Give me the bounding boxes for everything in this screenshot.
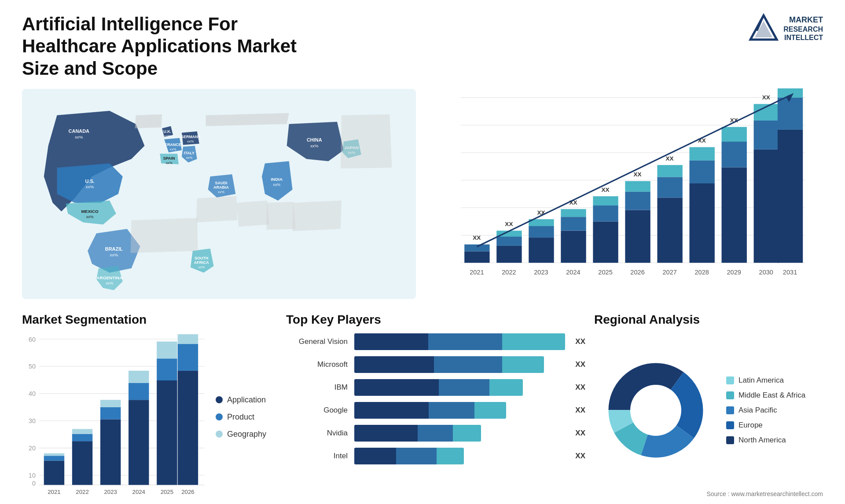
- svg-rect-50: [529, 237, 554, 263]
- legend-geography: Geography: [216, 430, 277, 439]
- svg-rect-118: [72, 429, 92, 434]
- svg-rect-72: [690, 147, 715, 161]
- svg-text:MEXICO: MEXICO: [81, 209, 99, 214]
- svg-rect-76: [722, 127, 747, 142]
- player-name-google: Google: [286, 406, 348, 415]
- svg-rect-62: [625, 210, 650, 263]
- svg-text:CHINA: CHINA: [307, 137, 322, 142]
- svg-rect-130: [178, 334, 198, 344]
- donut-svg: [594, 349, 717, 472]
- svg-rect-115: [44, 453, 64, 456]
- svg-text:2026: 2026: [630, 269, 644, 276]
- donut-chart: [594, 349, 717, 472]
- player-row-nvidia: Nvidia XX: [286, 425, 585, 442]
- svg-rect-66: [657, 198, 682, 263]
- svg-text:U.S.: U.S.: [85, 179, 95, 184]
- players-title: Top Key Players: [286, 313, 585, 327]
- svg-rect-122: [129, 400, 149, 485]
- svg-text:xx%: xx%: [186, 156, 192, 160]
- player-row-google: Google XX: [286, 402, 585, 419]
- svg-rect-58: [593, 222, 618, 263]
- legend-label-middle-east: Middle East & Africa: [738, 391, 805, 400]
- svg-text:20: 20: [29, 445, 36, 452]
- player-bar-google: [354, 402, 565, 419]
- svg-text:xx%: xx%: [110, 252, 118, 257]
- player-value-ibm: XX: [575, 383, 585, 392]
- world-map: CANADA xx% U.S. xx% MEXICO xx% BRAZIL xx…: [22, 88, 416, 299]
- player-value-microsoft: XX: [575, 360, 585, 369]
- svg-rect-64: [625, 181, 650, 192]
- svg-rect-83: [778, 98, 803, 130]
- segmentation-title: Market Segmentation: [22, 313, 277, 327]
- logo-area: MARKET RESEARCH INTELLECT: [748, 13, 823, 44]
- legend-dot-geography: [216, 431, 223, 438]
- svg-point-142: [630, 385, 681, 436]
- svg-text:2021: 2021: [48, 489, 60, 495]
- svg-text:BRAZIL: BRAZIL: [105, 246, 123, 252]
- svg-rect-121: [100, 400, 121, 407]
- svg-rect-56: [561, 209, 586, 217]
- svg-rect-127: [157, 342, 177, 359]
- svg-text:2025: 2025: [161, 489, 173, 495]
- legend-application: Application: [216, 395, 277, 405]
- svg-text:xx%: xx%: [273, 183, 280, 187]
- main-bar-chart-svg: XX XX XX XX: [429, 88, 823, 299]
- svg-rect-128: [178, 371, 198, 485]
- players-section: Top Key Players General Vision XX: [286, 313, 585, 497]
- player-bar-microsoft: [354, 356, 565, 373]
- svg-text:2022: 2022: [502, 269, 516, 276]
- svg-rect-70: [690, 183, 715, 263]
- player-value-intel: XX: [575, 452, 585, 460]
- player-row-microsoft: Microsoft XX: [286, 356, 585, 373]
- svg-text:GERMANY: GERMANY: [180, 135, 201, 139]
- svg-text:XX: XX: [634, 172, 642, 178]
- svg-rect-125: [157, 380, 177, 485]
- svg-text:2026: 2026: [181, 489, 194, 495]
- regional-content: Latin America Middle East & Africa Asia …: [594, 333, 823, 487]
- seg-legend: Application Product Geography: [216, 333, 277, 500]
- svg-text:AFRICA: AFRICA: [194, 260, 209, 265]
- svg-text:XX: XX: [473, 235, 481, 241]
- svg-rect-78: [754, 150, 779, 263]
- legend-latin-america: Latin America: [726, 376, 805, 385]
- regional-legend: Latin America Middle East & Africa Asia …: [726, 376, 805, 445]
- svg-text:2031: 2031: [783, 269, 797, 276]
- seg-chart-svg: 60 50 40 30 20 10 0: [22, 333, 207, 500]
- player-row-ibm: IBM XX: [286, 379, 585, 396]
- player-name-general-vision: General Vision: [286, 337, 348, 346]
- svg-text:SAUDI: SAUDI: [215, 181, 228, 185]
- svg-text:xx%: xx%: [164, 134, 171, 138]
- seg-chart: 60 50 40 30 20 10 0: [22, 333, 207, 500]
- legend-label-europe: Europe: [738, 421, 763, 430]
- legend-label-latin-america: Latin America: [738, 376, 784, 385]
- svg-rect-123: [129, 383, 149, 400]
- top-section: CANADA xx% U.S. xx% MEXICO xx% BRAZIL xx…: [22, 88, 823, 299]
- legend-asia-pacific: Asia Pacific: [726, 406, 805, 415]
- svg-rect-47: [496, 237, 522, 246]
- svg-text:xx%: xx%: [198, 265, 205, 269]
- logo-text: MARKET RESEARCH INTELLECT: [783, 15, 823, 42]
- legend-label-geography: Geography: [227, 430, 266, 439]
- player-value-general-vision: XX: [575, 337, 585, 346]
- legend-europe: Europe: [726, 421, 805, 430]
- player-name-intel: Intel: [286, 452, 348, 460]
- svg-rect-82: [778, 130, 803, 263]
- player-name-ibm: IBM: [286, 383, 348, 392]
- players-bars: General Vision XX Microsoft: [286, 333, 585, 497]
- svg-rect-51: [529, 226, 554, 237]
- svg-rect-114: [44, 456, 64, 460]
- player-value-google: XX: [575, 406, 585, 415]
- bar-chart-section: XX XX XX XX: [429, 88, 823, 299]
- svg-text:XX: XX: [602, 186, 610, 193]
- svg-rect-116: [72, 441, 92, 485]
- svg-text:U.K.: U.K.: [163, 129, 171, 134]
- player-bar-general-vision: [354, 333, 565, 350]
- svg-text:INDIA: INDIA: [271, 177, 283, 182]
- svg-text:XX: XX: [786, 88, 794, 90]
- bar-chart-container: XX XX XX XX: [429, 88, 823, 299]
- svg-text:ITALY: ITALY: [184, 151, 195, 156]
- source-text: Source : www.marketresearchintellect.com: [594, 490, 823, 497]
- svg-rect-55: [561, 217, 586, 230]
- svg-rect-113: [44, 461, 64, 485]
- svg-text:XX: XX: [505, 221, 513, 227]
